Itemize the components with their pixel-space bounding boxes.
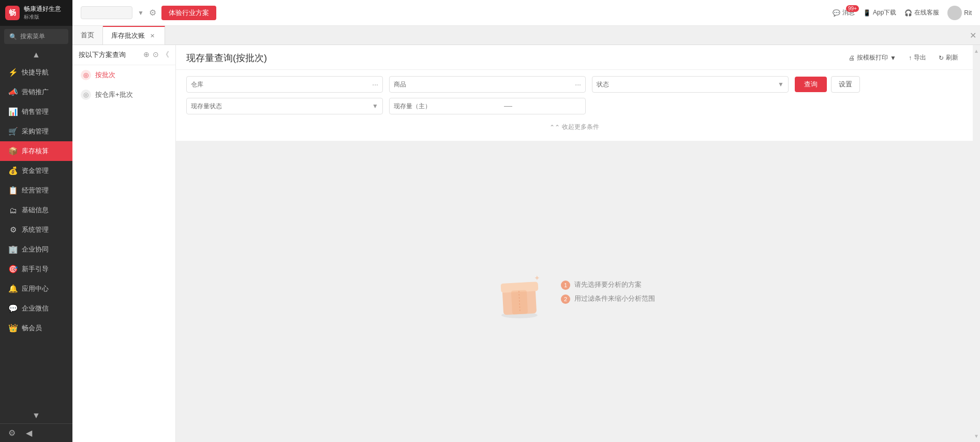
page-header-actions: 🖨 按模板打印 ▼ ↑ 导出 ↻ 刷新 (844, 51, 962, 64)
inventory-status-filter[interactable]: 现存量状态 ▼ (186, 98, 383, 114)
sidebar-item-quick-nav[interactable]: ⚡ 快捷导航 (0, 63, 72, 82)
topbar-search-box[interactable] (81, 6, 132, 19)
online-service-action[interactable]: 🎧 在线客服 (904, 8, 939, 17)
quick-nav-icon: ⚡ (8, 68, 18, 77)
topbar-gear-icon[interactable]: ⚙ (149, 8, 156, 18)
collapse-up-icon: ⌃⌃ (550, 124, 560, 131)
refresh-label: 刷新 (946, 53, 958, 62)
page-title: 现存量查询(按批次) (186, 52, 267, 64)
query-button[interactable]: 查询 (795, 77, 827, 92)
sidebar-item-corp-wechat[interactable]: 💬 企业微信 (0, 299, 72, 318)
filter-actions: 查询 设置 (795, 76, 860, 93)
sidebar-item-system[interactable]: ⚙ 系统管理 (0, 220, 72, 240)
sidebar-item-member[interactable]: 👑 畅会员 (0, 318, 72, 338)
sidebar-item-operation[interactable]: 📋 经营管理 (0, 181, 72, 200)
sidebar-search[interactable]: 🔍 搜索菜单 (4, 29, 68, 44)
sidebar-scroll-up[interactable]: ▲ (30, 48, 42, 62)
right-scrollbar: ▲ ▼ (973, 45, 980, 442)
warehouse-filter[interactable]: 仓库 ··· (186, 76, 383, 93)
guide-icon: 🎯 (8, 264, 18, 274)
sidebar-item-inventory[interactable]: 📦 库存核算 (0, 141, 72, 161)
message-action[interactable]: 💬 消息 99+ (833, 8, 855, 17)
add-scheme-icon[interactable]: ⊕ (143, 50, 150, 60)
settings-scheme-icon[interactable]: ⊙ (153, 50, 159, 60)
inventory-qty-filter[interactable]: 现存量（主） — (389, 98, 586, 114)
inventory-icon: 📦 (8, 146, 18, 156)
settings-button[interactable]: 设置 (831, 76, 860, 93)
collapse-icon[interactable]: ◀ (26, 428, 32, 438)
status-filter[interactable]: 状态 ▼ (592, 76, 789, 93)
app-title: 畅康通好生意 (24, 5, 61, 13)
svg-text:✦: ✦ (534, 274, 540, 282)
tip-text-2: 用过滤条件来缩小分析范围 (574, 294, 655, 303)
filter-row-1: 仓库 ··· 商品 ··· 状态 ▼ 查询 (186, 76, 962, 93)
warehouse-more-icon[interactable]: ··· (372, 80, 378, 89)
sidebar-scroll-down[interactable]: ▼ (30, 409, 42, 422)
user-menu[interactable]: Rit (947, 6, 972, 20)
right-panel: 现存量查询(按批次) 🖨 按模板打印 ▼ ↑ 导出 ↻ 刷新 (176, 45, 973, 442)
scroll-down-arrow[interactable]: ▼ (973, 432, 980, 440)
left-panel-header: 按以下方案查询 ⊕ ⊙ 《 (72, 45, 175, 65)
search-icon: 🔍 (9, 33, 17, 40)
avatar (947, 6, 962, 20)
refresh-button[interactable]: ↻ 刷新 (934, 51, 962, 64)
empty-tips: 1 请先选择要分析的方案 2 用过滤条件来缩小分析范围 (561, 280, 655, 304)
app-download-label: App下载 (873, 8, 896, 17)
enterprise-icon: 🏢 (8, 245, 18, 254)
sales-icon: 📊 (8, 107, 18, 116)
inventory-status-label: 现存量状态 (191, 102, 226, 111)
purchase-icon: 🛒 (8, 127, 18, 136)
sidebar-item-sales[interactable]: 📊 销售管理 (0, 102, 72, 122)
scheme-item-by-batch[interactable]: ◎ 按批次 (72, 65, 175, 85)
topbar-actions: 💬 消息 99+ 📱 App下载 🎧 在线客服 Rit (833, 6, 972, 20)
sidebar-item-label: 快捷导航 (22, 68, 49, 77)
sidebar-item-label: 企业微信 (22, 304, 49, 313)
collapse-left-icon[interactable]: 《 (162, 50, 169, 60)
settings-icon[interactable]: ⚙ (8, 428, 16, 438)
page-header: 现存量查询(按批次) 🖨 按模板打印 ▼ ↑ 导出 ↻ 刷新 (176, 45, 973, 70)
empty-illustration: ✦ ✦ (494, 266, 545, 318)
product-filter[interactable]: 商品 ··· (389, 76, 586, 93)
empty-content: ✦ ✦ 1 请先选择要分析的方案 2 用过滤条件来缩小分析范围 (494, 266, 655, 318)
sidebar-item-label: 系统管理 (22, 225, 49, 234)
tab-close-icon[interactable]: ✕ (148, 32, 156, 40)
status-arrow-icon[interactable]: ▼ (778, 81, 784, 88)
tab-home[interactable]: 首页 (72, 26, 103, 45)
sidebar-item-app-center[interactable]: 🔔 应用中心 (0, 279, 72, 299)
tab-batch-account[interactable]: 库存批次账 ✕ (103, 26, 165, 45)
export-icon: ↑ (909, 54, 912, 62)
collapse-filters-button[interactable]: ⌃⌃ 收起更多条件 (186, 120, 962, 135)
scheme-item-by-warehouse-batch[interactable]: ◎ 按仓库+批次 (72, 85, 175, 105)
inventory-status-arrow[interactable]: ▼ (372, 102, 378, 110)
sidebar-item-purchase[interactable]: 🛒 采购管理 (0, 122, 72, 141)
sidebar: 畅 畅康通好生意 标准版 🔍 搜索菜单 ▲ ⚡ 快捷导航 📣 营销推广 📊 销售… (0, 0, 72, 442)
app-download-action[interactable]: 📱 App下载 (863, 8, 896, 17)
product-more-icon[interactable]: ··· (575, 80, 581, 89)
sidebar-item-enterprise[interactable]: 🏢 企业协同 (0, 240, 72, 259)
message-icon: 💬 (833, 9, 840, 17)
sidebar-item-label: 经营管理 (22, 186, 49, 195)
sidebar-item-guide[interactable]: 🎯 新手引导 (0, 259, 72, 279)
scroll-up-arrow[interactable]: ▲ (973, 47, 980, 55)
service-icon: 🎧 (904, 9, 912, 17)
tip-text-1: 请先选择要分析的方案 (574, 280, 642, 289)
tab-home-label: 首页 (81, 31, 94, 40)
sidebar-item-label: 新手引导 (22, 264, 49, 274)
svg-rect-3 (511, 290, 528, 315)
operation-icon: 📋 (8, 186, 18, 195)
basic-icon: 🗂 (8, 206, 18, 215)
topbar-search-text (86, 9, 109, 17)
export-button[interactable]: ↑ 导出 (904, 51, 930, 64)
topbar-chevron-icon[interactable]: ▼ (138, 9, 144, 17)
sidebar-item-basic[interactable]: 🗂 基础信息 (0, 200, 72, 220)
collapse-label: 收起更多条件 (562, 123, 599, 131)
left-panel-actions: ⊕ ⊙ 《 (143, 50, 169, 60)
print-dropdown-icon[interactable]: ▼ (890, 54, 896, 62)
sidebar-item-finance[interactable]: 💰 资金管理 (0, 161, 72, 181)
experience-button[interactable]: 体验行业方案 (161, 6, 216, 20)
tip-num-1: 1 (561, 281, 570, 290)
sidebar-item-marketing[interactable]: 📣 营销推广 (0, 82, 72, 102)
print-button[interactable]: 🖨 按模板打印 ▼ (844, 51, 900, 64)
tabs-close-all-button[interactable]: ✕ (966, 28, 980, 42)
filter-row-2: 现存量状态 ▼ 现存量（主） — (186, 98, 962, 114)
